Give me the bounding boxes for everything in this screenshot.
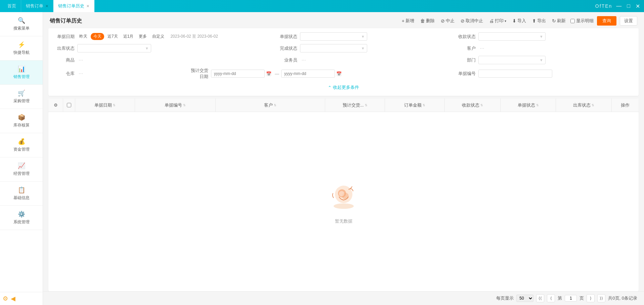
svg-point-0	[334, 203, 354, 209]
search-icon: 🔍	[18, 17, 25, 24]
th-delivery[interactable]: 预计交货... ⇅	[325, 99, 385, 112]
print-icon: 🖨	[489, 18, 494, 24]
date-btn-custom[interactable]: 自定义	[150, 33, 166, 40]
sidebar-item-purchase[interactable]: 🛒 采购管理	[0, 85, 43, 109]
th-action-label: 操作	[621, 102, 630, 108]
select-all-checkbox[interactable]	[67, 103, 71, 107]
chevron-down-icon2: ▾	[540, 34, 543, 39]
th-order-status[interactable]: 单据状态 ⇅	[501, 99, 556, 112]
sidebar-item-search[interactable]: 🔍 搜索菜单	[0, 12, 43, 36]
sidebar-item-operations-label: 经营管理	[13, 171, 30, 177]
chevron-down-icon: ▾	[362, 34, 364, 39]
th-out-status[interactable]: 出库状态 ⇅	[556, 99, 612, 112]
date-separator: —	[275, 71, 279, 76]
page-number-input[interactable]	[565, 295, 577, 302]
display-toggle[interactable]: 显示明细	[570, 18, 594, 24]
warehouse-dots[interactable]: ···	[79, 71, 83, 77]
first-page-btn[interactable]: ⟨⟨	[536, 294, 544, 302]
filter-delivery-end-input[interactable]	[281, 70, 335, 78]
tab-sales-order-close[interactable]: ✕	[45, 4, 48, 8]
th-date-label: 单据日期	[94, 102, 112, 108]
th-num-label: 单据编号	[165, 102, 182, 108]
toolbar-import-btn[interactable]: ⬇ 导入	[511, 17, 527, 25]
filter-goods-label: 商品	[54, 57, 77, 63]
calendar-end-icon[interactable]: 📅	[336, 71, 342, 76]
basic-info-icon: 📋	[18, 186, 25, 194]
filter-complete-status-select[interactable]: ▾	[300, 44, 367, 52]
last-page-btn[interactable]: ⟩⟩	[597, 294, 605, 302]
th-pay-status[interactable]: 收款状态 ⇅	[445, 99, 501, 112]
filter-complete-status-label: 完成状态	[276, 45, 300, 51]
toolbar-cancel-stop-btn[interactable]: ⊘ 取消中止	[459, 17, 484, 25]
empty-text: 暂无数据	[335, 218, 352, 224]
filter-dept-select[interactable]: ▾	[478, 56, 546, 64]
filter-payment-status-select[interactable]: ▾	[478, 32, 546, 41]
filter-date-label: 单据日期	[54, 34, 77, 40]
tab-sales-order[interactable]: 销售订单 ✕	[21, 0, 53, 12]
tab-home-label: 首页	[7, 3, 16, 9]
th-checkbox[interactable]	[63, 99, 75, 112]
sidebar-item-system-label: 系统管理	[13, 219, 30, 225]
customer-dots[interactable]: ···	[480, 45, 484, 51]
per-page-select[interactable]: 10 20 50 100	[516, 295, 533, 302]
query-button[interactable]: 查询	[597, 16, 616, 26]
th-amount[interactable]: 订单金额 ⇅	[385, 99, 445, 112]
sidebar-item-quicknav[interactable]: ⚡ 快捷导航	[0, 36, 43, 61]
toolbar-stop-btn[interactable]: ⊘ 中止	[439, 17, 456, 25]
filter-order-no-input[interactable]	[478, 70, 552, 78]
calendar-start-icon[interactable]: 📅	[266, 71, 271, 76]
collapse-sidebar-icon[interactable]: ◀	[11, 295, 15, 302]
filter-row-2: 出库状态 ▾ 完成状态 ▾ 客户 ···	[54, 44, 633, 52]
tab-sales-order-history-close[interactable]: ✕	[86, 4, 89, 8]
sidebar-item-sales[interactable]: 📊 销售管理	[0, 61, 43, 85]
date-btn-today[interactable]: 今天	[91, 33, 104, 40]
th-num[interactable]: 单据编号 ⇅	[135, 99, 216, 112]
sidebar-item-basic-info[interactable]: 📋 基础信息	[0, 182, 43, 206]
sidebar-item-finance[interactable]: 💰 资金管理	[0, 133, 43, 157]
next-page-btn[interactable]: ⟩	[587, 294, 595, 302]
toolbar-refresh-btn[interactable]: ↻ 刷新	[551, 17, 567, 25]
th-date[interactable]: 单据日期 ⇅	[75, 99, 135, 112]
brand-label: OfTEn	[595, 3, 612, 9]
tab-sales-order-history[interactable]: 销售订单历史 ✕	[53, 0, 94, 12]
toolbar-new-btn[interactable]: + 新增	[400, 17, 416, 25]
th-customer[interactable]: 客户 ⇅	[216, 99, 326, 112]
filter-delivery-start-input[interactable]	[211, 70, 265, 78]
salesperson-dots[interactable]: ···	[301, 57, 306, 63]
date-btn-1month[interactable]: 近1月	[121, 33, 136, 40]
sidebar-item-inventory[interactable]: 📦 库存核算	[0, 109, 43, 133]
maximize-icon[interactable]: □	[626, 2, 632, 10]
date-btn-7days[interactable]: 近7天	[105, 33, 120, 40]
filter-out-status-select[interactable]: ▾	[77, 44, 151, 52]
goods-dots[interactable]: ···	[79, 57, 83, 63]
filter-collapse-row: ⌃ 收起更多条件	[54, 83, 633, 92]
settings-bottom-icon[interactable]: ⚙	[3, 295, 8, 302]
filter-order-no-cell: 单据编号	[455, 70, 633, 78]
sidebar: 🔍 搜索菜单 ⚡ 快捷导航 📊 销售管理 🛒 采购管理 📦 库存核算 💰 资金管…	[0, 12, 43, 305]
sidebar-item-operations[interactable]: 📈 经营管理	[0, 157, 43, 182]
th-settings[interactable]: ⚙	[48, 99, 63, 112]
filter-order-status-select[interactable]: ▾	[300, 32, 367, 41]
main-layout: 🔍 搜索菜单 ⚡ 快捷导航 📊 销售管理 🛒 采购管理 📦 库存核算 💰 资金管…	[0, 12, 644, 305]
display-toggle-checkbox[interactable]	[570, 19, 575, 23]
sort-pay-icon: ⇅	[480, 104, 483, 107]
th-action: 操作	[612, 99, 639, 112]
tab-sales-order-history-label: 销售订单历史	[58, 3, 84, 9]
delete-icon: 🗑	[420, 18, 425, 24]
date-btn-more[interactable]: 更多	[137, 33, 149, 40]
close-icon[interactable]: ✕	[634, 2, 641, 11]
page-header: 销售订单历史 + 新增 🗑 删除 ⊘ 中止 ⊘ 取消中止	[43, 12, 644, 28]
th-amount-label: 订单金额	[404, 102, 422, 108]
prev-page-btn[interactable]: ⟨	[547, 294, 555, 302]
date-btn-yesterday[interactable]: 昨天	[77, 33, 89, 40]
toolbar-export-btn[interactable]: ⬆ 导出	[531, 17, 547, 25]
sidebar-item-sales-label: 销售管理	[13, 74, 30, 80]
tab-home[interactable]: 首页	[3, 0, 21, 12]
export-label: 导出	[537, 18, 546, 24]
toolbar-print-btn[interactable]: 🖨 打印 ▾	[488, 17, 508, 25]
settings-button[interactable]: 设置	[620, 16, 637, 26]
collapse-btn[interactable]: ⌃ 收起更多条件	[328, 83, 359, 92]
minimize-icon[interactable]: —	[615, 2, 623, 10]
toolbar-delete-btn[interactable]: 🗑 删除	[419, 17, 436, 25]
sidebar-item-system[interactable]: ⚙️ 系统管理	[0, 206, 43, 230]
